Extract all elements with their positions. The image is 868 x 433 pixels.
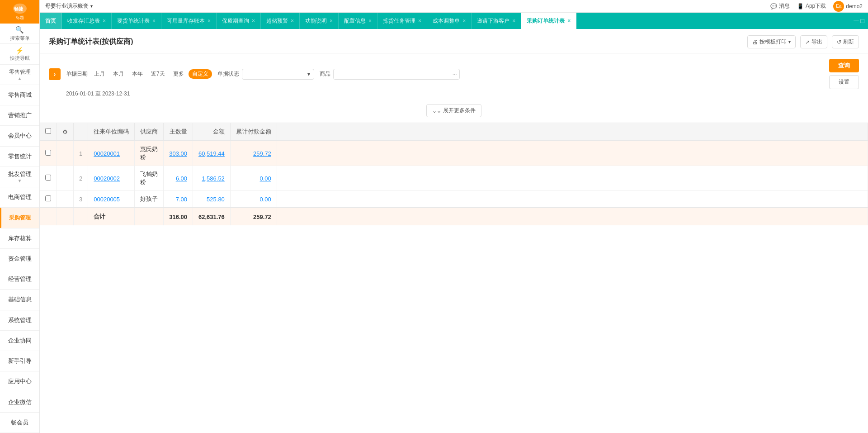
window-controls: ─ □: [850, 17, 868, 25]
tab-chaochun-close[interactable]: ×: [291, 18, 294, 24]
tab-yaohuoDanj-close[interactable]: ×: [152, 18, 156, 24]
settings-button[interactable]: 设置: [829, 75, 859, 89]
status-filter-label: 单据状态: [217, 70, 239, 78]
td-code-3[interactable]: 00020005: [88, 191, 135, 208]
tab-peizhi-close[interactable]: ×: [368, 18, 372, 24]
td-checkbox-1[interactable]: [40, 141, 57, 166]
sidebar-item-ecommerce[interactable]: 电商管理: [0, 187, 40, 208]
tab-keyongLiang-close[interactable]: ×: [208, 18, 211, 24]
export-button[interactable]: ↗ 导出: [800, 35, 827, 48]
filter-action-buttons: 查询 设置: [829, 59, 859, 89]
sidebar-logo: 畅捷 标题: [0, 0, 40, 24]
td-amount-3[interactable]: 525.80: [193, 191, 231, 208]
sidebar-item-appcenter[interactable]: 应用中心: [0, 371, 40, 392]
tab-baozhiQi-close[interactable]: ×: [252, 18, 255, 24]
td-qty-3[interactable]: 7.00: [164, 191, 193, 208]
sidebar-item-label: 企业协同: [8, 337, 32, 345]
tab-paihuoRenwu[interactable]: 拣货任务管理 ×: [377, 13, 427, 29]
svg-text:畅捷: 畅捷: [14, 6, 24, 11]
goods-input[interactable]: [333, 69, 460, 80]
sidebar-item-system[interactable]: 系统管理: [0, 310, 40, 331]
tab-home[interactable]: 首页: [40, 13, 62, 29]
sidebar-item-ops[interactable]: 经营管理: [0, 269, 40, 290]
tab-yaohuoDanj[interactable]: 要货单统计表 ×: [112, 13, 161, 29]
th-code-label: 往来单位编码: [94, 128, 129, 135]
sidebar-item-retail[interactable]: 零售管理 ▲: [0, 65, 40, 85]
date-custom-button[interactable]: 自定义: [189, 69, 212, 79]
tab-chengben[interactable]: 成本调整单 ×: [427, 13, 472, 29]
date-7days-button[interactable]: 近7天: [147, 69, 169, 79]
tab-chengben-close[interactable]: ×: [462, 18, 466, 24]
msg-button[interactable]: 💬 消息: [770, 2, 790, 10]
sidebar-item-member[interactable]: 会员中心: [0, 126, 40, 146]
account-dropdown[interactable]: 母婴行业演示账套 ▾: [45, 2, 93, 10]
column-settings-icon[interactable]: ⚙: [62, 128, 68, 135]
tfoot-gear: [57, 208, 74, 225]
td-paid-2[interactable]: 0.00: [230, 166, 277, 191]
td-qty-2[interactable]: 6.00: [164, 166, 193, 191]
sidebar-item-basic[interactable]: 基础信息: [0, 290, 40, 310]
date-more-button[interactable]: 更多: [170, 69, 188, 79]
date-thisyear-button[interactable]: 本年: [128, 69, 146, 79]
tab-paihuoRenwu-close[interactable]: ×: [418, 18, 421, 24]
td-amount-1[interactable]: 60,519.44: [193, 141, 231, 166]
sidebar-item-vip[interactable]: 畅会员: [0, 413, 40, 433]
window-minimize-icon[interactable]: ─: [854, 17, 859, 25]
td-amount-2[interactable]: 1,586.52: [193, 166, 231, 191]
th-qty-label: 主数量: [170, 128, 187, 135]
status-select[interactable]: ▾: [242, 69, 314, 80]
sidebar-item-corpwx[interactable]: 企业微信: [0, 392, 40, 413]
sidebar-item-retail-stat[interactable]: 零售统计: [0, 147, 40, 167]
window-maximize-icon[interactable]: □: [861, 17, 864, 24]
tab-yaoqing-close[interactable]: ×: [512, 18, 515, 24]
tab-caigouDan-close[interactable]: ×: [567, 18, 571, 24]
sidebar-item-retail-mall[interactable]: 零售商城: [0, 85, 40, 105]
tab-shoufaHuizong-close[interactable]: ×: [103, 18, 106, 24]
td-qty-1[interactable]: 303.00: [164, 141, 193, 166]
user-profile[interactable]: Ea demo2: [833, 1, 863, 12]
date-lastmonth-button[interactable]: 上月: [90, 69, 108, 79]
td-paid-1[interactable]: 259.72: [230, 141, 277, 166]
tab-peizhi[interactable]: 配置信息 ×: [339, 13, 377, 29]
td-code-2[interactable]: 00020002: [88, 166, 135, 191]
tab-shoufaHuizong[interactable]: 收发存汇总表 ×: [62, 13, 112, 29]
row-checkbox-2[interactable]: [45, 175, 51, 181]
tab-gongneng-close[interactable]: ×: [330, 18, 333, 24]
sidebar-item-finance[interactable]: 资金管理: [0, 249, 40, 269]
sidebar-item-wholesale[interactable]: 批发管理 ▼: [0, 167, 40, 187]
filter-toggle-button[interactable]: ›: [49, 68, 61, 80]
td-checkbox-2[interactable]: [40, 166, 57, 191]
filter-goods-group: 商品 ···: [320, 69, 460, 80]
tab-chaochun[interactable]: 超储预警 ×: [261, 13, 300, 29]
date-thismonth-button[interactable]: 本月: [109, 69, 127, 79]
sidebar-item-marketing[interactable]: 营销推广: [0, 105, 40, 126]
tab-keyongLiang[interactable]: 可用量库存账本 ×: [161, 13, 217, 29]
goods-more-icon[interactable]: ···: [453, 71, 457, 77]
sidebar-item-newguide[interactable]: 新手引导: [0, 351, 40, 371]
th-settings[interactable]: ⚙: [57, 123, 74, 141]
sidebar-item-corp[interactable]: 企业协同: [0, 331, 40, 351]
main-area: 母婴行业演示账套 ▾ 💬 消息 📱 App下载 Ea demo2 首页 收发存汇…: [40, 0, 868, 433]
app-download-label: App下载: [806, 2, 826, 10]
tab-yaoqing[interactable]: 邀请下游客户 ×: [472, 13, 521, 29]
tab-gongneng[interactable]: 功能说明 ×: [300, 13, 339, 29]
td-code-1[interactable]: 00020001: [88, 141, 135, 166]
sidebar-item-inventory[interactable]: 库存核算: [0, 228, 40, 249]
sidebar-item-search[interactable]: 🔍 搜索菜单: [0, 24, 40, 44]
td-checkbox-3[interactable]: [40, 191, 57, 208]
refresh-button[interactable]: ↺ 刷新: [832, 35, 859, 48]
app-download-button[interactable]: 📱 App下载: [797, 2, 826, 10]
row-checkbox-3[interactable]: [45, 195, 51, 201]
select-all-checkbox[interactable]: [45, 128, 51, 134]
sidebar-item-quicknav[interactable]: ⚡ 快捷导航: [0, 44, 40, 64]
sidebar-item-purchase[interactable]: 采购管理: [0, 208, 40, 228]
query-button[interactable]: 查询: [829, 59, 859, 72]
expand-more-button[interactable]: ⌄⌄ 展开更多条件: [426, 104, 481, 117]
td-index-1: 1: [74, 141, 88, 166]
row-checkbox-1[interactable]: [45, 150, 51, 156]
tab-baozhiQi[interactable]: 保质期查询 ×: [217, 13, 261, 29]
sidebar-item-label: 新手引导: [8, 357, 32, 365]
tab-caigouDan[interactable]: 采购订单统计表 ×: [521, 13, 576, 29]
print-button[interactable]: 🖨 按模板打印 ▾: [747, 35, 796, 48]
td-paid-3[interactable]: 0.00: [230, 191, 277, 208]
